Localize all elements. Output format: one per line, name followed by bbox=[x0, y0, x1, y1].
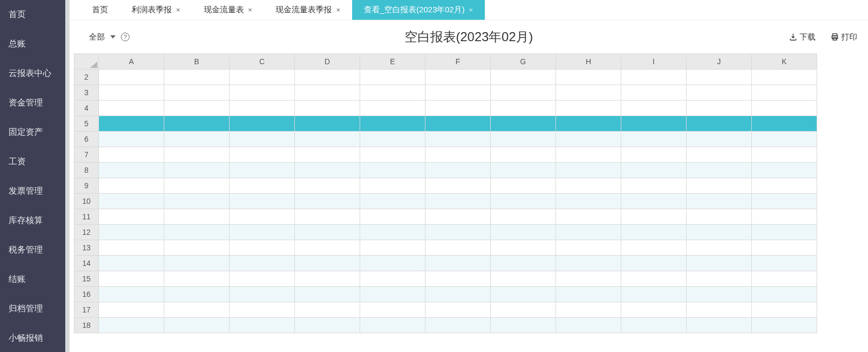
cell-E13[interactable] bbox=[360, 240, 425, 256]
cell-B9[interactable] bbox=[164, 178, 230, 194]
cell-E15[interactable] bbox=[360, 271, 425, 287]
cell-I17[interactable] bbox=[621, 302, 687, 318]
cell-K16[interactable] bbox=[752, 287, 817, 302]
cell-C14[interactable] bbox=[230, 256, 295, 271]
help-icon[interactable]: ? bbox=[121, 33, 130, 41]
cell-K12[interactable] bbox=[752, 225, 817, 240]
cell-C2[interactable] bbox=[230, 70, 295, 85]
cell-B17[interactable] bbox=[164, 302, 230, 318]
row-header-12[interactable]: 12 bbox=[74, 225, 99, 240]
cell-H13[interactable] bbox=[556, 240, 621, 256]
cell-B8[interactable] bbox=[164, 163, 230, 178]
cell-G11[interactable] bbox=[491, 209, 556, 225]
cell-H3[interactable] bbox=[556, 85, 621, 101]
cell-D11[interactable] bbox=[295, 209, 360, 225]
cell-I8[interactable] bbox=[621, 163, 687, 178]
cell-G8[interactable] bbox=[491, 163, 556, 178]
cell-B14[interactable] bbox=[164, 256, 230, 271]
cell-B5[interactable] bbox=[164, 116, 230, 132]
cell-I16[interactable] bbox=[621, 287, 687, 302]
column-header-A[interactable]: A bbox=[99, 54, 164, 70]
cell-F12[interactable] bbox=[425, 225, 491, 240]
column-header-I[interactable]: I bbox=[621, 54, 687, 70]
cell-C17[interactable] bbox=[230, 302, 295, 318]
cell-F5[interactable] bbox=[425, 116, 491, 132]
row-header-11[interactable]: 11 bbox=[74, 209, 99, 225]
cell-J10[interactable] bbox=[687, 194, 752, 209]
cell-G10[interactable] bbox=[491, 194, 556, 209]
cell-H12[interactable] bbox=[556, 225, 621, 240]
cell-J7[interactable] bbox=[687, 147, 752, 163]
cell-H6[interactable] bbox=[556, 132, 621, 147]
sidebar-item-5[interactable]: 工资 bbox=[0, 147, 70, 177]
cell-G13[interactable] bbox=[491, 240, 556, 256]
column-header-B[interactable]: B bbox=[164, 54, 230, 70]
cell-K11[interactable] bbox=[752, 209, 817, 225]
cell-H17[interactable] bbox=[556, 302, 621, 318]
column-header-E[interactable]: E bbox=[360, 54, 425, 70]
cell-E7[interactable] bbox=[360, 147, 425, 163]
cell-G16[interactable] bbox=[491, 287, 556, 302]
cell-I12[interactable] bbox=[621, 225, 687, 240]
cell-J9[interactable] bbox=[687, 178, 752, 194]
cell-K2[interactable] bbox=[752, 70, 817, 85]
row-header-6[interactable]: 6 bbox=[74, 132, 99, 147]
tab-1[interactable]: 利润表季报× bbox=[120, 0, 192, 20]
sidebar-item-0[interactable]: 首页 bbox=[0, 0, 70, 29]
column-header-H[interactable]: H bbox=[556, 54, 621, 70]
tab-0[interactable]: 首页 bbox=[80, 0, 120, 20]
row-header-7[interactable]: 7 bbox=[74, 147, 99, 163]
cell-H4[interactable] bbox=[556, 101, 621, 116]
cell-C7[interactable] bbox=[230, 147, 295, 163]
cell-F9[interactable] bbox=[425, 178, 491, 194]
row-header-18[interactable]: 18 bbox=[74, 318, 99, 333]
cell-A3[interactable] bbox=[99, 85, 164, 101]
cell-G9[interactable] bbox=[491, 178, 556, 194]
cell-F10[interactable] bbox=[425, 194, 491, 209]
cell-D12[interactable] bbox=[295, 225, 360, 240]
cell-I13[interactable] bbox=[621, 240, 687, 256]
row-header-4[interactable]: 4 bbox=[74, 101, 99, 116]
cell-J11[interactable] bbox=[687, 209, 752, 225]
cell-A16[interactable] bbox=[99, 287, 164, 302]
cell-K9[interactable] bbox=[752, 178, 817, 194]
cell-J15[interactable] bbox=[687, 271, 752, 287]
cell-H8[interactable] bbox=[556, 163, 621, 178]
cell-A8[interactable] bbox=[99, 163, 164, 178]
cell-G17[interactable] bbox=[491, 302, 556, 318]
cell-I7[interactable] bbox=[621, 147, 687, 163]
cell-C18[interactable] bbox=[230, 318, 295, 333]
cell-A4[interactable] bbox=[99, 101, 164, 116]
cell-D4[interactable] bbox=[295, 101, 360, 116]
cell-E17[interactable] bbox=[360, 302, 425, 318]
cell-F7[interactable] bbox=[425, 147, 491, 163]
cell-B12[interactable] bbox=[164, 225, 230, 240]
cell-G2[interactable] bbox=[491, 70, 556, 85]
cell-G14[interactable] bbox=[491, 256, 556, 271]
cell-A13[interactable] bbox=[99, 240, 164, 256]
tab-2[interactable]: 现金流量表× bbox=[192, 0, 264, 20]
cell-B15[interactable] bbox=[164, 271, 230, 287]
cell-G3[interactable] bbox=[491, 85, 556, 101]
row-header-9[interactable]: 9 bbox=[74, 178, 99, 194]
cell-A2[interactable] bbox=[99, 70, 164, 85]
cell-D2[interactable] bbox=[295, 70, 360, 85]
cell-E9[interactable] bbox=[360, 178, 425, 194]
tab-3[interactable]: 现金流量表季报× bbox=[264, 0, 352, 20]
cell-C6[interactable] bbox=[230, 132, 295, 147]
cell-F4[interactable] bbox=[425, 101, 491, 116]
cell-B7[interactable] bbox=[164, 147, 230, 163]
cell-J12[interactable] bbox=[687, 225, 752, 240]
cell-J16[interactable] bbox=[687, 287, 752, 302]
cell-F14[interactable] bbox=[425, 256, 491, 271]
cell-K5[interactable] bbox=[752, 116, 817, 132]
row-header-14[interactable]: 14 bbox=[74, 256, 99, 271]
cell-A14[interactable] bbox=[99, 256, 164, 271]
cell-A11[interactable] bbox=[99, 209, 164, 225]
cell-A12[interactable] bbox=[99, 225, 164, 240]
row-header-13[interactable]: 13 bbox=[74, 240, 99, 256]
row-header-5[interactable]: 5 bbox=[74, 116, 99, 132]
cell-G7[interactable] bbox=[491, 147, 556, 163]
cell-G18[interactable] bbox=[491, 318, 556, 333]
cell-E14[interactable] bbox=[360, 256, 425, 271]
